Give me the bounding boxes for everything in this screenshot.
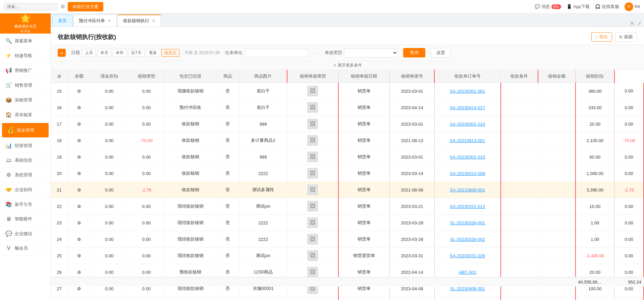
table-container[interactable]: ⚙ 余额 现金折扣 核销类型 包含已结清 商品 商品图片 核销单据类型 核销单据… <box>51 70 644 300</box>
gear-button[interactable]: ⚙ <box>60 3 65 10</box>
cell-bill-no[interactable]: SL-20230328-002 <box>434 231 500 248</box>
cell-receipt-order-no <box>501 116 538 132</box>
cell-bill-date: 2023-03-28 <box>390 231 435 248</box>
member-icon: V <box>5 245 12 251</box>
sidebar-item-enterprise[interactable]: 🤝 企业协同 <box>0 182 51 197</box>
cell-product-image: 🖼 <box>287 149 338 165</box>
tab-maximize[interactable]: ⤢ <box>637 20 641 27</box>
tab-home[interactable]: 首页 <box>52 14 72 27</box>
cell-receipt-order-no <box>501 83 538 99</box>
sidebar-item-business[interactable]: 📊 经营管理 <box>0 138 51 153</box>
app-download-item[interactable]: 📱 App下载 <box>567 4 590 10</box>
filter-expand-button[interactable]: » <box>58 49 66 57</box>
user-item[interactable]: R Rit <box>625 2 640 11</box>
cell-settings[interactable]: ⚙ <box>68 149 91 165</box>
sidebar: 🌟 畅捷通好生意 标准版 🔍 搜索菜单 ⚡ 快捷导航 📢 营销推广 🛒 销售管理… <box>0 13 51 300</box>
message-icon: 💬 <box>535 4 540 9</box>
tab-window-close[interactable]: ✕ <box>630 20 634 27</box>
tab-prepay[interactable]: 预付冲应付单 ✕ <box>73 14 117 27</box>
date-this-month-btn[interactable]: 本月 <box>97 49 111 57</box>
cell-bill-no[interactable]: SL-20230328-001 <box>434 215 500 231</box>
cell-bill-no[interactable]: SA-20230301-010 <box>434 149 500 165</box>
table-row: 16⚙ 0.00 0.00 预付冲应收 否 老白干 🖼 销货单 2023-04-… <box>51 99 644 116</box>
cell-settings[interactable]: ⚙ <box>68 248 91 264</box>
page-title: 收款核销执行(按收款) <box>58 33 116 41</box>
cell-settings[interactable]: ⚙ <box>68 198 91 215</box>
partner-input[interactable] <box>245 49 308 57</box>
cell-bill-date: 2023-03-01 <box>390 149 435 165</box>
cell-bill-no[interactable]: SA-20230414-017 <box>434 99 500 116</box>
cell-settings[interactable]: ⚙ <box>68 116 91 132</box>
sidebar-item-wechat[interactable]: 💬 企业微信 <box>0 226 51 241</box>
cell-settings[interactable]: ⚙ <box>68 231 91 248</box>
table-row: 23⚙ 0.00 0.00 现结收款核销 否 2222 🖼 销货单 2023-0… <box>51 215 644 231</box>
cell-settings[interactable]: ⚙ <box>68 99 91 116</box>
cell-cancel-amount: 333.00 <box>576 99 614 116</box>
cell-cash-discount: 0.00 <box>128 83 165 99</box>
sidebar-item-system[interactable]: ⚙ 系统管理 <box>0 168 51 182</box>
bill-type-select[interactable] <box>344 48 398 57</box>
cell-bill-no[interactable]: SA-20230321-012 <box>434 198 500 215</box>
cell-settings[interactable]: ⚙ <box>68 165 91 182</box>
cell-cancel-discount: 0.00 <box>614 215 644 231</box>
cell-row-number: 20 <box>51 165 68 182</box>
cell-bill-no[interactable]: SA-20230331-026 <box>434 248 500 264</box>
industry-button[interactable]: 休验行业方案 <box>68 2 103 11</box>
sidebar-item-guide[interactable]: 📚 新手引导 <box>0 197 51 212</box>
cell-cancel-type: 现结收款核销 <box>165 215 216 231</box>
date-7days-btn[interactable]: 近7天 <box>128 49 145 57</box>
tab-receivable-close[interactable]: ✕ <box>152 18 155 23</box>
cell-cancel-discount: 0.00 <box>614 99 644 116</box>
tab-prepay-close[interactable]: ✕ <box>108 18 111 23</box>
cell-bill-date: 2023-04-14 <box>390 99 435 116</box>
marketing-icon: 📢 <box>5 67 12 74</box>
date-more-btn[interactable]: 更多 <box>146 49 160 57</box>
export-button[interactable]: ↑ 导出 <box>591 32 612 42</box>
cell-balance: 0.00 <box>91 132 128 149</box>
sidebar-item-purchase[interactable]: 📦 采购管理 <box>0 93 51 108</box>
cell-product: 多计量商品2 <box>239 132 287 149</box>
sidebar-item-quicknav[interactable]: ⚡ 快捷导航 <box>0 48 51 63</box>
sidebar-item-inventory[interactable]: 🏠 库存核算 <box>0 108 51 122</box>
date-custom-btn[interactable]: 自定义 <box>161 49 179 57</box>
cell-bill-no[interactable]: SA-20210813-001 <box>434 132 500 149</box>
sidebar-item-marketing[interactable]: 📢 营销推广 <box>0 63 51 78</box>
sidebar-item-search[interactable]: 🔍 搜索菜单 <box>0 34 51 48</box>
cell-bill-no[interactable]: SL-20230418-001 <box>434 297 500 300</box>
cell-settings[interactable]: ⚙ <box>68 132 91 149</box>
cell-product-image: 🖼 <box>287 165 338 182</box>
cell-bill-type: 销货单 <box>338 198 389 215</box>
cell-settings[interactable]: ⚙ <box>68 182 91 198</box>
refresh-button[interactable]: ↻ 刷新 <box>615 32 637 42</box>
sidebar-item-member[interactable]: V 畅会员 <box>0 241 51 256</box>
cell-bill-date: 2023-04-18 <box>390 297 435 300</box>
cell-row-number: 18 <box>51 132 68 149</box>
sidebar-item-basic[interactable]: 🗂 基础信息 <box>0 153 51 168</box>
online-service-item[interactable]: 🎧 在线客服 <box>595 4 619 10</box>
finance-icon: 💰 <box>7 127 14 133</box>
cell-bill-no[interactable]: SA-20210808-001 <box>434 182 500 198</box>
cell-receipt-condition <box>538 132 575 149</box>
cell-receipt-condition <box>538 231 575 248</box>
cell-bill-no[interactable]: SA-20230301-010 <box>434 116 500 132</box>
message-item[interactable]: 💬 消息 99+ <box>535 4 561 10</box>
sidebar-item-hardware[interactable]: 🖥 智能硬件 <box>0 212 51 226</box>
sidebar-item-finance[interactable]: 💰 资金管理 <box>2 123 49 138</box>
cell-bill-no[interactable]: SA-20230301-001 <box>434 83 500 99</box>
expand-more-bar[interactable]: ∨ 展开更多条件 <box>51 61 644 70</box>
search-input[interactable] <box>4 3 58 10</box>
cell-settings[interactable]: ⚙ <box>68 215 91 231</box>
filter-settings-button[interactable]: 设置 <box>431 48 451 57</box>
tab-receivable[interactable]: 收款核销执行 ✕ <box>117 14 161 27</box>
cell-cash-discount: 0.00 <box>128 248 165 264</box>
date-this-year-btn[interactable]: 本年 <box>113 49 127 57</box>
date-prev-month-btn[interactable]: 上月 <box>82 49 96 57</box>
col-header-settings[interactable]: ⚙ <box>51 70 68 83</box>
cell-product-image: 🖼 <box>287 231 338 248</box>
cell-settings[interactable]: ⚙ <box>68 297 91 300</box>
cell-cancel-type: 收款核销 <box>165 116 216 132</box>
cell-settings[interactable]: ⚙ <box>68 83 91 99</box>
sidebar-item-sales[interactable]: 🛒 销售管理 <box>0 78 51 93</box>
cell-bill-no[interactable]: SA-20230314-008 <box>434 165 500 182</box>
query-button[interactable]: 查询 <box>403 48 425 57</box>
